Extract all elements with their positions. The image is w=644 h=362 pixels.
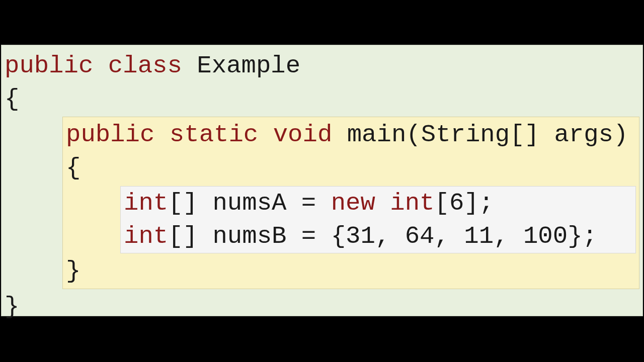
keyword-public: public	[66, 121, 154, 149]
brackets: []	[168, 222, 198, 250]
outer-brace-open: {	[5, 82, 639, 116]
space	[375, 189, 390, 217]
method-brace-close: }	[66, 254, 636, 288]
keyword-public: public	[5, 52, 93, 80]
array-size: [6];	[435, 189, 494, 217]
var-numsA: numsA =	[212, 189, 331, 217]
method-block: public static void main(String[] args) {…	[62, 117, 639, 289]
method-brace-open: {	[66, 151, 636, 185]
var-numsB-init: numsB = {31, 64, 11, 100};	[212, 222, 597, 250]
statement-1: int[] numsA = new int[6];	[124, 187, 632, 220]
keyword-new: new	[331, 189, 375, 217]
class-name: Example	[197, 52, 300, 80]
method-body: int[] numsA = new int[6]; int[] numsB = …	[120, 186, 636, 253]
method-signature-line: public static void main(String[] args)	[66, 118, 636, 151]
outer-brace-close: }	[5, 290, 639, 323]
class-signature-line: public class Example	[5, 49, 639, 82]
code-block: public class Example { public static voi…	[1, 45, 643, 316]
keyword-static: static	[170, 121, 258, 149]
method-signature-rest: main(String[] args)	[347, 121, 628, 149]
keyword-void: void	[273, 121, 333, 149]
keyword-class: class	[108, 52, 182, 80]
keyword-int: int	[124, 222, 168, 250]
brackets: []	[168, 189, 198, 217]
class-declaration: public class Example { public static voi…	[5, 49, 639, 323]
statement-2: int[] numsB = {31, 64, 11, 100};	[124, 220, 632, 253]
keyword-int: int	[124, 189, 168, 217]
keyword-int: int	[390, 189, 434, 217]
